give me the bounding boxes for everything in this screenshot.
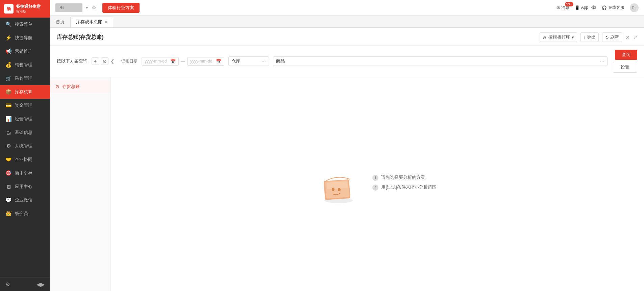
app-logo: 畅 畅捷通好生意 标准版 [0,0,50,18]
page-title: 库存总账(存货总账) [57,34,104,41]
sidebar-item-marketing[interactable]: 📢营销推广 [0,45,50,58]
sidebar-item-search[interactable]: 🔍搜索菜单 [0,18,50,31]
sidebar-icon-purchase: 🛒 [5,75,11,81]
sidebar-item-basic[interactable]: 🗂基础信息 [0,126,50,139]
step-1-text: 请先选择要分析的方案 [381,174,425,180]
date-start-input[interactable]: yyyy-mm-dd 📅 [142,57,179,66]
product-more-icon: ··· [600,58,604,64]
print-dropdown-icon: ▾ [572,35,574,40]
tab-inventory-cost-label: 库存成本总账 [76,19,102,25]
scheme-item-icon: ⊙ [55,84,59,89]
scheme-item-label: 存货总账 [62,83,80,90]
sidebar-icon-inventory: 📦 [5,89,11,95]
tab-inventory-cost[interactable]: 库存成本总账 ✕ [70,17,113,27]
sidebar-icon-shortcut: ⚡ [5,35,11,41]
content-close-icon[interactable]: ✕ [625,34,630,41]
topbar: Rit ▾ ⚙ 体验行业方案 ✉ 消息 99+ 📱 App下载 🎧 在线客服 R… [50,0,644,16]
content-resize-icon[interactable]: ⤢ [633,34,637,40]
sidebar-item-purchase[interactable]: 🛒采购管理 [0,72,50,85]
date-label: 记账日期 [121,58,138,64]
scheme-panel: ⊙ 存货总账 [50,77,111,291]
date-end-input[interactable]: yyyy-mm-dd 📅 [187,57,224,66]
sidebar-icon-guide: 🎯 [5,170,11,176]
sidebar-item-finance[interactable]: 💳资金管理 [0,99,50,112]
filter-actions: + ⊙ ❮ [92,57,115,65]
refresh-btn[interactable]: ↻ 刷新 [602,32,622,42]
phone-icon: 📱 [575,5,580,10]
topbar-gear-icon[interactable]: ⚙ [92,4,96,11]
sidebar-icon-marketing: 📢 [5,48,11,54]
scheme-item-inventory[interactable]: ⊙ 存货总账 [50,80,110,93]
printer-icon: 🖨 [543,35,547,40]
user-selector[interactable]: Rit [55,3,82,12]
calendar-start-icon: 📅 [170,59,176,64]
refresh-icon: ↻ [605,35,609,40]
empty-step-2: 2 用[过滤]条件来缩小分析范围 [372,184,436,191]
sidebar-label-basic: 基础信息 [15,129,32,136]
search-buttons: 查询 设置 [612,50,637,73]
sidebar-item-guide[interactable]: 🎯新手引导 [0,166,50,180]
logo-text: 畅捷通好生意 标准版 [16,4,41,14]
tabbar: 首页 库存成本总账 ✕ [50,16,644,28]
sidebar-icon-apps: 🖥 [5,184,11,190]
warehouse-selector[interactable]: 仓库 ··· [228,56,269,66]
step-1-num: 1 [372,175,378,181]
page-header: 库存总账(存货总账) 🖨 按模板打印 ▾ ↑ 导出 ↻ 刷新 ✕ ⤢ [50,28,644,46]
tab-home-label: 首页 [56,19,65,25]
sidebar-label-operation: 经营管理 [15,116,32,122]
sidebar-icon-sales: 💰 [5,62,11,68]
sidebar-item-wechat[interactable]: 💬企业微信 [0,193,50,207]
sidebar-item-operation[interactable]: 📊经营管理 [0,112,50,126]
page-actions: 🖨 按模板打印 ▾ ↑ 导出 ↻ 刷新 ✕ ⤢ [540,32,638,42]
export-btn[interactable]: ↑ 导出 [580,32,599,42]
online-service-btn[interactable]: 🎧 在线客服 [602,5,624,10]
empty-state: 1 请先选择要分析的方案 2 用[过滤]条件来缩小分析范围 [111,77,644,291]
setting-btn[interactable]: 设置 [613,62,637,73]
sidebar-item-system[interactable]: ⚙系统管理 [0,139,50,153]
sidebar-item-shortcut[interactable]: ⚡快捷导航 [0,31,50,45]
sidebar-label-purchase: 采购管理 [15,75,32,81]
sidebar-icon-operation: 📊 [5,116,11,122]
search-btn[interactable]: 查询 [615,50,637,60]
sidebar-icon-member: 👑 [5,211,11,217]
filter-collapse-icon[interactable]: ❮ [110,58,115,64]
sidebar-label-cooperation: 企业协同 [15,156,32,163]
sidebar-label-system: 系统管理 [15,143,32,149]
sidebar-label-finance: 资金管理 [15,102,32,108]
sidebar-item-cooperation[interactable]: 🤝企业协同 [0,153,50,166]
sidebar-label-sales: 销售管理 [15,62,32,68]
message-badge: 99+ [565,2,573,6]
empty-text-group: 1 请先选择要分析的方案 2 用[过滤]条件来缩小分析范围 [372,174,436,194]
message-btn[interactable]: ✉ 消息 99+ [556,5,569,10]
sidebar-label-guide: 新手引导 [15,170,32,176]
app-download-btn[interactable]: 📱 App下载 [575,5,596,10]
sidebar-label-inventory: 库存核算 [15,89,32,95]
user-dropdown-icon[interactable]: ▾ [86,5,88,10]
message-icon: ✉ [556,5,560,10]
print-btn[interactable]: 🖨 按模板打印 ▾ [540,32,577,42]
empty-illustration [318,164,359,204]
sidebar-item-apps[interactable]: 🖥应用中心 [0,180,50,193]
headset-icon: 🎧 [602,5,607,10]
filter-scheme-btn[interactable]: ⊙ [101,57,108,65]
filter-add-btn[interactable]: + [92,57,99,65]
filter-label: 按以下方案查询 [57,58,88,64]
content-body: ⊙ 存货总账 [50,77,644,291]
logo-icon: 畅 [4,4,14,14]
tab-close-icon[interactable]: ✕ [104,20,107,24]
sidebar: 畅 畅捷通好生意 标准版 🔍搜索菜单⚡快捷导航📢营销推广💰销售管理🛒采购管理📦库… [0,0,50,291]
product-selector[interactable]: 商品 ··· [273,56,608,66]
industry-btn[interactable]: 体验行业方案 [102,3,140,13]
sidebar-label-member: 畅会员 [15,211,28,217]
content-area: 库存总账(存货总账) 🖨 按模板打印 ▾ ↑ 导出 ↻ 刷新 ✕ ⤢ [50,28,644,291]
date-range: yyyy-mm-dd 📅 — yyyy-mm-dd 📅 [142,57,224,66]
calendar-end-icon: 📅 [216,59,221,64]
collapse-icon[interactable]: ◀▶ [36,281,45,288]
sidebar-item-sales[interactable]: 💰销售管理 [0,58,50,72]
settings-icon[interactable]: ⚙ [5,281,10,288]
sidebar-label-marketing: 营销推广 [15,48,32,54]
tab-home[interactable]: 首页 [50,17,70,27]
sidebar-item-inventory[interactable]: 📦库存核算 [0,85,50,99]
user-avatar[interactable]: Rit [630,3,639,12]
sidebar-item-member[interactable]: 👑畅会员 [0,207,50,220]
